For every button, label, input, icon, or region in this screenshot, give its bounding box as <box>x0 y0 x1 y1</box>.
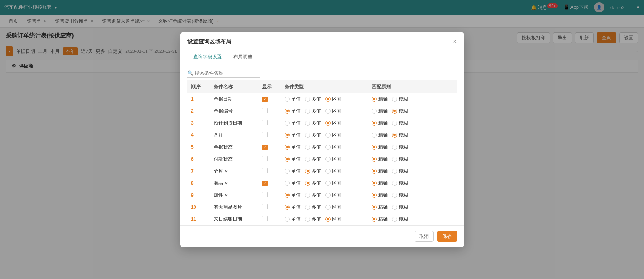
modal-search-inner: 🔍 <box>187 69 260 78</box>
modal-tab-layout[interactable]: 布局调整 <box>228 50 258 64</box>
modal-header: 设置查询区域布局 × <box>180 32 464 50</box>
modal-tab-query-fields[interactable]: 查询字段设置 <box>187 50 228 64</box>
modal-close-button[interactable]: × <box>453 38 457 45</box>
modal-overlay: 设置查询区域布局 × 查询字段设置 布局调整 🔍 顺序 条件名称 显示 <box>0 0 644 77</box>
modal-tabs: 查询字段设置 布局调整 <box>180 50 464 64</box>
modal-title: 设置查询区域布局 <box>187 38 231 45</box>
modal-dialog: 设置查询区域布局 × 查询字段设置 布局调整 🔍 顺序 条件名称 显示 <box>180 32 464 78</box>
search-input[interactable] <box>195 70 253 76</box>
modal-search-bar: 🔍 <box>180 64 464 78</box>
search-icon: 🔍 <box>187 70 193 76</box>
